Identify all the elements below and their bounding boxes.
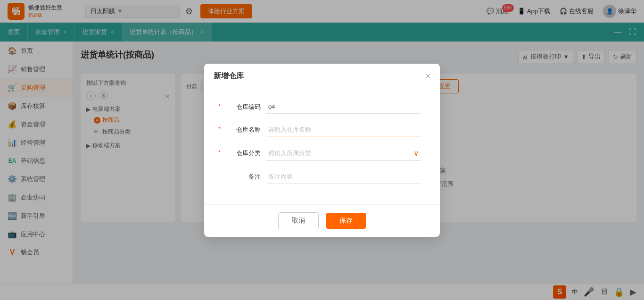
category-select-row[interactable]: ∨: [266, 146, 421, 161]
dialog-body: 仓库编码 仓库名称 仓库分类 ∨ 备注: [204, 89, 440, 204]
note-input[interactable]: [266, 170, 421, 183]
code-input[interactable]: [266, 100, 421, 114]
dialog-overlay[interactable]: 新增仓库 × 仓库编码 仓库名称 仓库分类 ∨ 备注: [0, 0, 644, 300]
category-dropdown-icon[interactable]: ∨: [413, 149, 419, 158]
dialog-close-btn[interactable]: ×: [425, 72, 430, 80]
category-label: 仓库分类: [223, 149, 261, 158]
category-field-row: 仓库分类 ∨: [223, 146, 421, 161]
save-button[interactable]: 保存: [326, 213, 366, 229]
new-warehouse-dialog: 新增仓库 × 仓库编码 仓库名称 仓库分类 ∨ 备注: [204, 64, 440, 237]
note-field-row: 备注: [223, 170, 421, 183]
cancel-button[interactable]: 取消: [278, 212, 319, 229]
code-label: 仓库编码: [223, 103, 261, 111]
dialog-header: 新增仓库 ×: [204, 64, 440, 89]
name-label: 仓库名称: [223, 125, 261, 134]
name-field-row: 仓库名称: [223, 123, 421, 136]
code-field-row: 仓库编码: [223, 100, 421, 114]
dialog-title: 新增仓库: [214, 71, 244, 81]
category-input[interactable]: [268, 150, 413, 157]
name-input[interactable]: [266, 123, 421, 136]
dialog-footer: 取消 保存: [204, 204, 440, 237]
note-label: 备注: [223, 173, 261, 181]
